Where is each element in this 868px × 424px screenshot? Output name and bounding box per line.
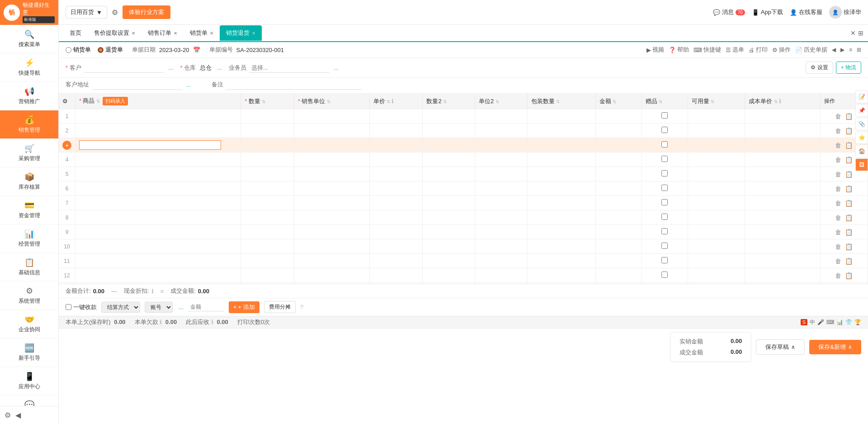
shortcut-action[interactable]: ⌨ 快捷键	[693, 46, 721, 54]
copy-row-icon[interactable]: 📋	[845, 142, 853, 149]
next-doc-button[interactable]: ▶	[840, 47, 844, 53]
print-action[interactable]: 🖨 打印	[749, 46, 768, 54]
copy-row-icon[interactable]: 📋	[845, 127, 853, 134]
price-cell[interactable]	[369, 109, 423, 124]
sidebar-settings-icon[interactable]: ⚙	[5, 411, 11, 419]
right-panel-note-icon[interactable]: 📝	[855, 91, 868, 103]
gift-checkbox[interactable]	[661, 127, 668, 133]
delete-row-icon[interactable]: 🗑	[835, 156, 841, 163]
price-sort-icon[interactable]: ⇅	[387, 99, 390, 104]
copy-row-icon[interactable]: 📋	[845, 214, 853, 221]
unit2-sort-icon[interactable]: ⇅	[495, 99, 499, 104]
industry-select[interactable]: 日用百货 ▼	[66, 6, 107, 19]
toolbar-icon-trophy[interactable]: 🏆	[854, 319, 861, 325]
unit2-cell-add[interactable]	[475, 138, 528, 152]
sidebar-item-system[interactable]: ⚙ 系统管理	[0, 281, 58, 310]
copy-row-icon[interactable]: 📋	[845, 200, 853, 207]
toolbar-icon-keyboard[interactable]: ⌨	[826, 319, 834, 325]
qty2-cell[interactable]	[423, 124, 475, 138]
copy-row-icon[interactable]: 📋	[845, 171, 853, 178]
salesperson-dots-button[interactable]: ...	[334, 64, 339, 71]
unit2-cell[interactable]	[475, 109, 528, 124]
copy-row-icon[interactable]: 📋	[845, 243, 853, 250]
sidebar-item-base[interactable]: 📋 基础信息	[0, 253, 58, 281]
sidebar-item-inventory[interactable]: 📦 库存核算	[0, 167, 58, 196]
product-cell[interactable]	[75, 124, 241, 138]
account-dots-button[interactable]: ...	[179, 304, 184, 310]
qty-cell[interactable]	[241, 109, 294, 124]
delete-row-icon[interactable]: 🗑	[835, 171, 841, 178]
unit-cell-add[interactable]	[294, 138, 370, 152]
expense-split-button[interactable]: 费用分摊	[264, 301, 296, 313]
pack-qty-cell[interactable]	[527, 109, 595, 124]
amount-cell[interactable]	[595, 124, 642, 138]
delete-row-icon[interactable]: 🗑	[835, 142, 841, 149]
warehouse-dots-button[interactable]: ...	[217, 64, 222, 71]
gift-checkbox[interactable]	[661, 214, 668, 220]
gift-checkbox[interactable]	[661, 156, 668, 162]
gift-checkbox-add[interactable]	[661, 141, 668, 148]
right-panel-attachment-icon[interactable]: 📎	[855, 118, 868, 130]
delete-row-icon[interactable]: 🗑	[835, 229, 841, 236]
tab-sales-delivery[interactable]: 销货单 ✕	[184, 25, 220, 41]
history-action[interactable]: 📄 历史单据	[795, 46, 827, 54]
add-logistics-button[interactable]: + 物流	[836, 62, 861, 74]
sidebar-item-purchase[interactable]: 🛒 采购管理	[0, 139, 58, 167]
tab-close-sales-return[interactable]: ✕	[252, 31, 255, 36]
tab-close-sales-delivery[interactable]: ✕	[210, 31, 213, 36]
tab-sales-order[interactable]: 销售订单 ✕	[142, 25, 184, 41]
toolbar-icon-mic[interactable]: 🎤	[817, 319, 824, 325]
grid-view-button[interactable]: ⊞	[857, 47, 861, 53]
available-cell[interactable]	[688, 109, 745, 124]
amount-sort-icon[interactable]: ⇅	[613, 99, 616, 104]
copy-row-icon[interactable]: 📋	[845, 156, 853, 163]
toolbar-icon-s[interactable]: S	[801, 319, 807, 325]
scan-entry-button[interactable]: 扫码录入	[103, 97, 128, 105]
radio-sales[interactable]: 销货单	[66, 46, 91, 54]
customer-dots-button[interactable]: ...	[169, 64, 174, 71]
sidebar-item-search[interactable]: 🔍 搜索菜单	[0, 25, 58, 53]
copy-row-icon[interactable]: 📋	[845, 257, 853, 265]
amount-cell-add[interactable]	[595, 138, 642, 152]
sidebar-item-guide[interactable]: 🆕 新手引导	[0, 338, 58, 367]
radio-return-input[interactable]	[98, 47, 104, 53]
right-panel-home-icon[interactable]: 🏠	[855, 145, 868, 157]
price-info-icon[interactable]: ℹ	[392, 98, 394, 105]
remark-input[interactable]	[226, 80, 362, 90]
sidebar-item-operation[interactable]: 📊 经营管理	[0, 224, 58, 253]
salesperson-input[interactable]	[249, 63, 330, 73]
settlement-method-select[interactable]: 结算方式	[101, 302, 140, 313]
qty2-cell[interactable]	[423, 109, 475, 124]
tab-close-price-settings[interactable]: ✕	[132, 31, 135, 36]
unit-cell[interactable]	[294, 124, 370, 138]
address-dots-button[interactable]: ...	[186, 81, 191, 88]
operate-action[interactable]: ⚙ 操作	[772, 46, 791, 54]
available-sort-icon[interactable]: ⇅	[711, 99, 714, 104]
address-input[interactable]	[92, 80, 182, 90]
gift-cell-add[interactable]	[642, 138, 688, 152]
pack-qty-cell-add[interactable]	[527, 138, 595, 152]
right-panel-image-icon[interactable]: 🖼	[855, 158, 868, 171]
calendar-icon[interactable]: 📅	[193, 47, 200, 53]
gift-checkbox[interactable]	[661, 170, 668, 176]
sidebar-item-quicknav[interactable]: ⚡ 快捷导航	[0, 53, 58, 82]
one-click-payment-input[interactable]	[66, 304, 71, 310]
qty-cell[interactable]	[241, 124, 294, 138]
select-action[interactable]: ☰ 选单	[726, 46, 744, 54]
header-settings-icon[interactable]: ⚙	[112, 8, 118, 17]
tab-price-settings[interactable]: 售价提取设置 ✕	[88, 25, 142, 41]
maximize-icon[interactable]: ⊞	[858, 29, 863, 37]
product-input[interactable]	[79, 140, 221, 150]
tab-sales-return[interactable]: 销货退货 ✕	[220, 25, 262, 41]
prev-doc-button[interactable]: ◀	[832, 47, 836, 53]
delete-row-icon[interactable]: 🗑	[835, 243, 841, 250]
list-view-button[interactable]: ≡	[849, 47, 852, 53]
copy-row-icon[interactable]: 📋	[845, 272, 853, 279]
tab-home[interactable]: 首页	[63, 25, 88, 41]
add-payment-button[interactable]: + + 添加	[229, 301, 259, 313]
product-input-cell[interactable]	[75, 138, 241, 152]
toolbar-icon-chart[interactable]: 📊	[836, 319, 843, 325]
cost-price-cell-add[interactable]	[745, 138, 821, 152]
qty-cell-add[interactable]	[241, 138, 294, 152]
customer-input[interactable]	[84, 63, 165, 73]
